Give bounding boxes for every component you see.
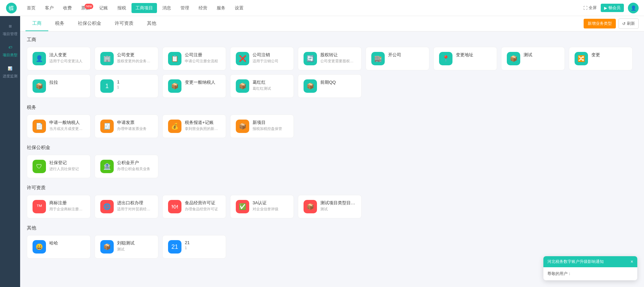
card-股权转让[interactable]: 🔄 股权转让 公司变更需要股权转让 [298, 47, 362, 70]
card-税务报道+记账[interactable]: 💰 税务报道+记账 拿到营业执照的新公司 [162, 115, 226, 138]
card-desc-公司变更: 股权变更外的业务变更 [117, 59, 153, 64]
card-申请发票[interactable]: 🧾 申请发票 办理申请发票业务 [95, 115, 158, 138]
card-icon-1: 1 [100, 79, 114, 93]
nav-item-设置[interactable]: 设置 [231, 3, 248, 13]
sidebar-item-项目类型[interactable]: 🏷 项目类型 [0, 40, 20, 61]
card-icon-股权转让: 🔄 [304, 52, 317, 65]
cards-grid-shebao: 🛡 社保登记 进行人员社保登记 🏦 公积金开户 办理公积金相关业务 [27, 155, 637, 178]
card-icon-测试项目类型目定义: 📦 [304, 200, 317, 213]
card-icon-公司变更: 🏢 [100, 52, 114, 65]
card-公司注销[interactable]: ❌ 公司注销 适用于注销公司 [230, 47, 294, 70]
top-nav: 蝶 首页客户收费票据new记账报税工商项目消息管理经营服务设置 ⛶ 全屏 ▶ 畅… [0, 0, 644, 16]
card-desc-新项目: 报税加税控盘保管 [253, 126, 288, 131]
card-title-测试项目类型目定义: 测试项目类型目定义 [320, 200, 356, 206]
sub-tabs: 工商税务社保公积金许可资质其他 [25, 16, 584, 31]
card-申请一般纳税人[interactable]: 📄 申请一般纳税人 当月或次月成变更完成 [27, 115, 91, 138]
card-title-公司注销: 公司注销 [253, 52, 288, 58]
fullscreen-button[interactable]: ⛶ 全屏 [583, 5, 597, 11]
card-icon-食品经营许可证: 🍽 [168, 200, 181, 213]
card-icon-公积金开户: 🏦 [100, 160, 114, 173]
notification-close[interactable]: × [631, 259, 633, 264]
nav-item-服务[interactable]: 服务 [213, 3, 229, 13]
card-进出口权办理[interactable]: 🌐 进出口权办理 适用于对外贸易经营者 [95, 195, 158, 218]
nav-item-工商项目[interactable]: 工商项目 [131, 3, 157, 13]
card-title-公司注册: 公司注册 [185, 52, 220, 58]
card-desc-3A认证: 对企业信誉评级 [253, 207, 288, 212]
card-法人变更[interactable]: 👤 法人变更 适用于公司变更法人 [27, 47, 91, 70]
card-食品经营许可证[interactable]: 🍽 食品经营许可证 办理食品经营许可证 [162, 195, 226, 218]
nav-item-客户[interactable]: 客户 [41, 3, 58, 13]
sidebar-item-项目管理[interactable]: ⊞ 项目管理 [0, 19, 20, 40]
card-icon-刘聪测试: 📦 [100, 240, 114, 254]
refresh-label: 刷新 [627, 21, 635, 26]
card-3A认证[interactable]: ✅ 3A认证 对企业信誉评级 [230, 195, 294, 218]
sub-nav: 工商税务社保公积金许可资质其他 新增业务类型 ↺ 刷新 [20, 16, 644, 31]
card-title-3A认证: 3A认证 [253, 200, 288, 206]
notification-content: 尊敬的用户： [547, 271, 572, 276]
card-desc-公司注册: 申请公司注册全流程 [185, 59, 220, 64]
card-info-公司注销: 公司注销 适用于注销公司 [253, 52, 288, 64]
cards-grid-gongshang: 👤 法人变更 适用于公司变更法人 🏢 公司变更 股权变更外的业务变更 📋 公司注… [27, 47, 637, 98]
card-info-拉拉: 拉拉 [49, 79, 85, 85]
card-info-哈哈: 哈哈 [49, 240, 85, 246]
card-前期QQ[interactable]: 📦 前期QQ [298, 74, 362, 98]
card-社保登记[interactable]: 🛡 社保登记 进行人员社保登记 [27, 155, 91, 178]
avatar[interactable]: 👤 [628, 3, 639, 13]
card-开公司[interactable]: 🏬 开公司 [366, 47, 429, 70]
card-icon-变更一般纳税人: 📦 [168, 79, 181, 93]
sub-tab-许可资质[interactable]: 许可资质 [108, 16, 140, 31]
nav-item-报税[interactable]: 报税 [113, 3, 130, 13]
nav-item-收费[interactable]: 收费 [59, 3, 76, 13]
card-info-公积金开户: 公积金开户 办理公积金相关业务 [117, 160, 153, 171]
card-变更[interactable]: 🔀 变更 [569, 47, 633, 70]
card-desc-商标注册: 用于企业商标注册服务 [49, 207, 85, 212]
card-info-前期QQ: 前期QQ [320, 79, 356, 85]
nav-right: ⛶ 全屏 ▶ 畅会员 👤 [583, 3, 639, 13]
nav-item-记账[interactable]: 记账 [95, 3, 112, 13]
card-icon-社保登记: 🛡 [33, 160, 46, 173]
cards-grid-xuke: ™ 商标注册 用于企业商标注册服务 🌐 进出口权办理 适用于对外贸易经营者 🍽 … [27, 195, 637, 218]
card-测试项目类型目定义[interactable]: 📦 测试项目类型目定义 测试 [298, 195, 362, 218]
card-测试[interactable]: 📦 测试 [501, 47, 565, 70]
nav-item-票据[interactable]: 票据new [77, 3, 94, 13]
sidebar-label-项目类型: 项目类型 [3, 53, 17, 58]
card-desc-进出口权办理: 适用于对外贸易经营者 [117, 207, 153, 212]
nav-item-首页[interactable]: 首页 [23, 3, 40, 13]
card-icon-变更地址: 📍 [439, 52, 452, 65]
card-刘聪测试[interactable]: 📦 刘聪测试 测试 [95, 235, 158, 259]
sub-tab-其他[interactable]: 其他 [140, 16, 163, 31]
card-info-1: 1 1 [117, 79, 153, 89]
member-button[interactable]: ▶ 畅会员 [601, 4, 624, 12]
card-title-刘聪测试: 刘聪测试 [117, 240, 153, 246]
card-公司变更[interactable]: 🏢 公司变更 股权变更外的业务变更 [95, 47, 158, 70]
card-info-进出口权办理: 进出口权办理 适用于对外贸易经营者 [117, 200, 153, 212]
sub-tab-工商[interactable]: 工商 [25, 16, 48, 31]
card-title-哈哈: 哈哈 [49, 240, 85, 246]
card-公司注册[interactable]: 📋 公司注册 申请公司注册全流程 [162, 47, 226, 70]
sub-tab-税务[interactable]: 税务 [48, 16, 71, 31]
nav-item-经营[interactable]: 经营 [195, 3, 211, 13]
section-gongshang: 工商 👤 法人变更 适用于公司变更法人 🏢 公司变更 股权变更外的业务变更 📋 … [27, 37, 637, 98]
refresh-button[interactable]: ↺ 刷新 [619, 18, 639, 29]
card-desc-食品经营许可证: 办理食品经营许可证 [185, 207, 220, 212]
card-title-前期QQ: 前期QQ [320, 79, 356, 85]
nav-item-管理[interactable]: 管理 [176, 3, 193, 13]
card-哈哈[interactable]: 😄 哈哈 [27, 235, 91, 259]
card-商标注册[interactable]: ™ 商标注册 用于企业商标注册服务 [27, 195, 91, 218]
card-变更一般纳税人[interactable]: 📦 变更一般纳税人 [162, 74, 226, 98]
new-type-button[interactable]: 新增业务类型 [584, 19, 616, 28]
card-公积金开户[interactable]: 🏦 公积金开户 办理公积金相关业务 [95, 155, 158, 178]
card-21[interactable]: 21 21 1 [162, 235, 226, 259]
card-1[interactable]: 1 1 1 [95, 74, 158, 98]
nav-item-消息[interactable]: 消息 [158, 3, 175, 13]
card-变更地址[interactable]: 📍 变更地址 [433, 47, 497, 70]
main-nav: 首页客户收费票据new记账报税工商项目消息管理经营服务设置 [23, 3, 583, 13]
sub-tab-社保公积金[interactable]: 社保公积金 [71, 16, 108, 31]
card-拉拉[interactable]: 📦 拉拉 [27, 74, 91, 98]
card-葛红红[interactable]: 📦 葛红红 葛红红测试 [230, 74, 294, 98]
card-desc-申请一般纳税人: 当月或次月成变更完成 [49, 126, 85, 131]
sidebar-item-进度监测[interactable]: 📊 进度监测 [0, 61, 20, 82]
card-desc-测试项目类型目定义: 测试 [320, 207, 356, 212]
card-title-公积金开户: 公积金开户 [117, 160, 153, 166]
card-新项目[interactable]: 📦 新项目 报税加税控盘保管 [230, 115, 294, 138]
